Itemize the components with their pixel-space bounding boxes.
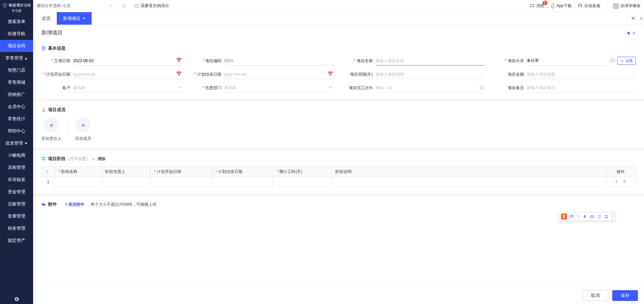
plan-end-input[interactable] (224, 70, 333, 79)
sidebar-item-smart-store[interactable]: 智慧门店 (0, 64, 33, 76)
sidebar-item-quicknav[interactable]: 快捷导航 (0, 28, 33, 40)
workflow-settings-button[interactable] (122, 3, 127, 8)
remark-input[interactable] (527, 83, 636, 93)
sidebar-item-inventory[interactable]: 库存核算 (0, 174, 33, 186)
add-attachment-button[interactable]: + 添加附件 (65, 202, 85, 207)
sidebar-item-project-contract[interactable]: 项目合同 (0, 40, 33, 52)
cell-stage-hours[interactable] (273, 177, 332, 187)
cell-stage-desc[interactable] (332, 177, 605, 187)
folder-icon (41, 202, 46, 207)
ime-lang[interactable]: 中 (570, 213, 574, 220)
sidebar-item-marketing[interactable]: 营销推广 (0, 88, 33, 101)
ime-apps-icon[interactable] (604, 214, 609, 219)
demo-link[interactable]: 我要看实例演示 (134, 3, 169, 9)
close-tab-icon[interactable]: ✕ (82, 16, 86, 21)
sidebar-settings[interactable] (0, 297, 33, 302)
close-all-tabs-button[interactable]: ✕ (627, 12, 639, 25)
sidebar-item-retail-mgmt[interactable]: 零售管理▲ (0, 52, 33, 64)
clear-stages-button[interactable]: 清除 (92, 156, 105, 162)
chevron-down-icon[interactable]: ﹀ (613, 58, 617, 64)
sidebar-item-ecommerce[interactable]: 小畅电商 (0, 149, 33, 161)
ime-keyboard-icon[interactable] (590, 214, 594, 219)
field-amount: 项目金额 (495, 70, 636, 79)
department-select[interactable] (224, 83, 333, 93)
add-owner-label: 添加责任人 (41, 136, 62, 142)
next-record-button[interactable]: ▶ (633, 30, 636, 35)
expand-toggle[interactable]: ⇅ (639, 12, 644, 25)
customer-select[interactable] (73, 83, 182, 93)
sidebar-item-ledger[interactable]: 总账管理 (0, 198, 33, 210)
category-settings-button[interactable]: 设置 (617, 57, 636, 65)
trash-icon[interactable] (622, 179, 627, 184)
ime-mic-icon[interactable] (582, 214, 587, 219)
field-remark: 项目备注 (495, 83, 636, 93)
cancel-button[interactable]: 取消 (582, 290, 608, 301)
calendar-icon[interactable]: 📅 (176, 58, 182, 63)
caret-up-icon: ▲ (24, 56, 28, 60)
field-customer: 客户 ⋯ (41, 83, 182, 93)
workflow-name: 测试分开流程-小况 (37, 3, 70, 9)
amount-input[interactable] (527, 70, 636, 79)
sidebar-item-finance[interactable]: 资金管理 (0, 186, 33, 198)
main: 测试分开流程-小况 ﹀ 我要看实例演示 消息 8 App下载 (33, 0, 644, 304)
project-code-input[interactable] (224, 56, 333, 66)
project-category-select[interactable] (527, 56, 608, 66)
section-members: 项目成员 ＋ 添加责任人 ＋ 添加成员 (33, 102, 644, 151)
sidebar-item-search[interactable]: 搜索菜单 (0, 16, 33, 28)
help-icon[interactable]: ⓘ (480, 85, 484, 91)
th-operation: 操作 (605, 167, 636, 177)
workflow-selector[interactable]: 测试分开流程-小况 ﹀ (37, 0, 117, 12)
sidebar-item-help[interactable]: 帮助中心 (0, 125, 33, 137)
sidebar-item-wholesale[interactable]: 批发管理▼ (0, 137, 33, 149)
section-basic: 基本信息 立项日期 📅 项目编码 (33, 41, 644, 102)
th-settings[interactable] (42, 167, 55, 177)
sidebar-item-retail-mall[interactable]: 零售商城 (0, 76, 33, 88)
cell-stage-pstart[interactable] (151, 177, 212, 187)
sidebar-item-invoice[interactable]: 发票管理 (0, 210, 33, 222)
sidebar-item-retail-stats[interactable]: 零售统计 (0, 113, 33, 125)
completion-input[interactable] (376, 83, 485, 93)
add-member-button[interactable]: ＋ (76, 118, 91, 132)
tab-bar: 首页 新增项目 ✕ ✕ ⇅ (33, 12, 644, 25)
calendar-icon[interactable]: 📅 (176, 71, 182, 76)
cycle-input[interactable] (376, 70, 485, 79)
ime-skin-icon[interactable] (597, 214, 601, 219)
project-date-input[interactable] (73, 56, 182, 66)
add-owner-button[interactable]: ＋ (44, 118, 59, 132)
sidebar-item-tax[interactable]: 税务管理 (0, 222, 33, 234)
th-stage-plan-end: 计划结束日期 (212, 167, 273, 177)
form-footer: 取消 保存 (33, 286, 644, 304)
more-icon[interactable]: ⋯ (177, 85, 182, 90)
prev-record-button[interactable]: ◀ (626, 30, 629, 35)
ime-logo-icon: S (561, 213, 567, 220)
cell-operation[interactable] (605, 177, 636, 187)
tab-home[interactable]: 首页 (36, 12, 57, 25)
sidebar-item-member[interactable]: 会员中心 (0, 101, 33, 113)
user-menu[interactable]: 徐泽华修改 (613, 3, 641, 9)
project-name-input[interactable] (376, 56, 485, 66)
plan-start-input[interactable] (73, 70, 182, 79)
cell-stage-name[interactable] (55, 177, 102, 187)
calendar-icon[interactable]: 📅 (328, 71, 333, 76)
avatar-icon (613, 3, 619, 9)
tab-new-project[interactable]: 新增项目 ✕ (57, 12, 92, 25)
headset-icon (578, 3, 583, 8)
sidebar-item-purchase[interactable]: 采购管理 (0, 161, 33, 174)
cell-stage-owner[interactable] (102, 177, 151, 187)
ime-punct-icon[interactable]: °, (577, 214, 580, 219)
support-button[interactable]: 在线客服 (578, 3, 600, 9)
ime-toolbar[interactable]: S 中 °, (558, 212, 616, 221)
th-stage-name: 阶段名称 (55, 167, 102, 177)
app-download-button[interactable]: App下载 (550, 3, 572, 9)
ime-drag-handle[interactable] (612, 213, 613, 220)
save-button[interactable]: 保存 (612, 290, 638, 301)
brand-logo: 畅捷通好业财 专业版 (0, 0, 33, 16)
cell-stage-pend[interactable] (212, 177, 273, 187)
sidebar-item-fixed-asset[interactable]: 固定资产 (0, 234, 33, 247)
stage-optional-hint: (可不设置) (68, 156, 87, 162)
form-icon (41, 46, 46, 51)
messages-button[interactable]: 消息 8 (530, 3, 544, 9)
chevron-down-icon[interactable]: ﹀ (329, 85, 333, 91)
svg-rect-7 (42, 159, 46, 160)
plus-icon[interactable] (614, 179, 619, 184)
